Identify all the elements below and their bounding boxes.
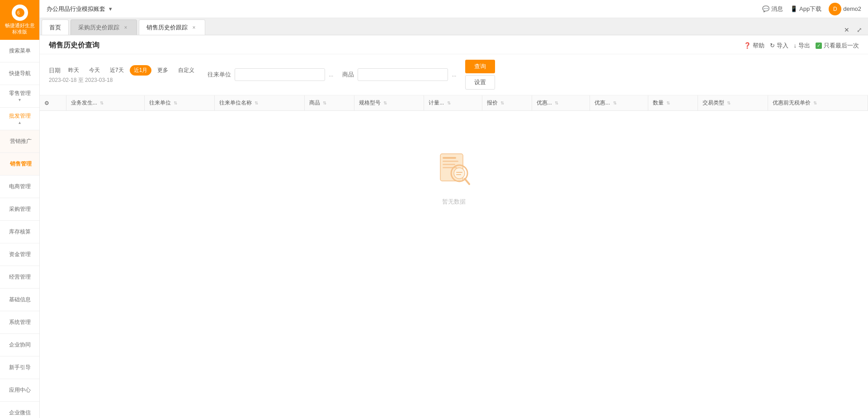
col-partner-name[interactable]: 往来单位名称 ⇅: [214, 95, 304, 111]
svg-rect-3: [443, 157, 456, 159]
col-unit-label: 计量...: [429, 100, 444, 106]
filter-actions: 查询 设置: [465, 60, 495, 90]
col-spec[interactable]: 规格型号 ⇅: [354, 95, 424, 111]
sidebar-item-label: 经营管理: [9, 273, 31, 281]
sort-icon: ⇅: [174, 100, 177, 105]
sidebar-item-label: 批发管理: [9, 112, 31, 120]
sidebar-item-purchase[interactable]: 采购管理: [0, 198, 40, 221]
sort-icon: ⇅: [813, 100, 817, 105]
tab-home[interactable]: 首页: [42, 19, 69, 35]
empty-illustration: [431, 147, 476, 192]
sidebar-item-finance[interactable]: 资金管理: [0, 243, 40, 266]
empty-state: 暂无数据: [40, 111, 868, 242]
tab-sales-history[interactable]: 销售历史价跟踪 ×: [139, 19, 205, 35]
sidebar-item-retail[interactable]: 零售管理 ▾: [0, 85, 40, 108]
filter-area: 日期 昨天 今天 近7天 近1月 更多 自定义 2023-02-18 至 202…: [40, 54, 868, 95]
col-goods[interactable]: 商品 ⇅: [304, 95, 354, 111]
goods-filter-group: 商品 ...: [342, 68, 456, 81]
col-business-date[interactable]: 业务发生... ⇅: [66, 95, 144, 111]
sidebar-item-label: 系统管理: [9, 318, 31, 326]
app-logo[interactable]: 6 畅捷通好生意 标准版: [0, 0, 40, 40]
tab-purchase-history[interactable]: 采购历史价跟踪 ×: [71, 19, 137, 35]
col-pre-discount-price[interactable]: 优惠前无税单价 ⇅: [768, 95, 868, 111]
close-sales-tab-icon[interactable]: ×: [190, 24, 198, 31]
date-btn-custom[interactable]: 自定义: [174, 65, 198, 76]
only-last-checkbox[interactable]: ✓ 只看最后一次: [816, 42, 859, 50]
sidebar-item-enterprise-wechat[interactable]: 企业微信: [0, 402, 40, 418]
gear-icon: ⚙: [44, 100, 49, 106]
app-download-button[interactable]: 📱 App下载: [790, 5, 821, 13]
col-trade-type[interactable]: 交易类型 ⇅: [698, 95, 768, 111]
col-unit[interactable]: 计量... ⇅: [424, 95, 482, 111]
date-btn-7days[interactable]: 近7天: [106, 65, 128, 76]
sidebar-item-guide[interactable]: 新手引导: [0, 356, 40, 379]
goods-input[interactable]: [358, 68, 448, 81]
close-purchase-tab-icon[interactable]: ×: [122, 24, 129, 31]
sidebar-item-sales[interactable]: 销售管理: [0, 153, 40, 176]
col-pre-discount-price-label: 优惠前无税单价: [773, 100, 811, 106]
partner-input[interactable]: [235, 68, 325, 81]
svg-point-0: [15, 8, 24, 17]
export-button[interactable]: ↓ 导出: [794, 42, 811, 50]
sidebar-item-operations[interactable]: 经营管理: [0, 266, 40, 289]
col-partner-label: 往来单位: [149, 100, 171, 106]
goods-filter-label: 商品: [342, 71, 354, 79]
data-table: ⚙ 业务发生... ⇅ 往来单位 ⇅ 往来单位名称 ⇅: [40, 95, 868, 111]
close-tab-action[interactable]: ✕: [842, 25, 852, 35]
date-btn-today[interactable]: 今天: [85, 65, 104, 76]
sidebar-item-label: 资金管理: [9, 251, 31, 258]
import-button[interactable]: ↻ 导入: [770, 42, 788, 50]
sidebar-item-enterprise-collab[interactable]: 企业协同: [0, 334, 40, 356]
query-button[interactable]: 查询: [465, 60, 495, 73]
col-quantity[interactable]: 数量 ⇅: [648, 95, 698, 111]
col-gear[interactable]: ⚙: [40, 95, 66, 111]
col-partner[interactable]: 往来单位 ⇅: [145, 95, 215, 111]
date-btn-more[interactable]: 更多: [153, 65, 172, 76]
col-price-label: 报价: [487, 100, 498, 106]
topbar-right: 💬 消息 📱 App下载 D demo2: [762, 3, 861, 15]
sort-icon: ⇅: [727, 100, 731, 105]
table-container: ⚙ 业务发生... ⇅ 往来单位 ⇅ 往来单位名称 ⇅: [40, 95, 868, 242]
partner-dots[interactable]: ...: [329, 71, 333, 78]
sidebar-item-ecommerce[interactable]: 电商管理: [0, 176, 40, 198]
tab-sales-history-label: 销售历史价跟踪: [146, 24, 188, 32]
topbar: 办公用品行业模拟账套 ▾ 💬 消息 📱 App下载 D demo2: [40, 0, 868, 18]
sidebar-item-marketing[interactable]: 营销推广: [0, 130, 40, 153]
col-discount1-label: 优惠...: [537, 100, 552, 106]
sidebar-item-basic-info[interactable]: 基础信息: [0, 289, 40, 311]
export-label: 导出: [798, 42, 810, 50]
sidebar-item-app-center[interactable]: 应用中心: [0, 379, 40, 402]
sort-icon: ⇅: [255, 100, 258, 105]
logo-text: 畅捷通好生意 标准版: [2, 22, 38, 35]
col-price[interactable]: 报价 ⇅: [482, 95, 532, 111]
sidebar-item-label: 采购管理: [9, 205, 31, 213]
topbar-dropdown-icon[interactable]: ▾: [109, 5, 112, 12]
settings-button[interactable]: 设置: [465, 75, 495, 90]
message-button[interactable]: 💬 消息: [762, 5, 783, 13]
tabbar: 首页 采购历史价跟踪 × 销售历史价跟踪 × ✕ ⤢: [40, 18, 868, 35]
col-partner-name-label: 往来单位名称: [219, 100, 252, 106]
sort-icon: ⇅: [323, 100, 326, 105]
goods-dots[interactable]: ...: [452, 71, 456, 78]
export-icon: ↓: [794, 42, 797, 49]
chevron-down-icon: ▾: [19, 97, 21, 102]
date-btn-yesterday[interactable]: 昨天: [64, 65, 83, 76]
main-area: 办公用品行业模拟账套 ▾ 💬 消息 📱 App下载 D demo2 首页 采购历…: [40, 0, 868, 418]
sidebar-item-system[interactable]: 系统管理: [0, 311, 40, 334]
date-filter-label: 日期: [49, 66, 61, 75]
col-trade-type-label: 交易类型: [703, 100, 724, 106]
date-btn-1month[interactable]: 近1月: [130, 65, 152, 76]
expand-tab-action[interactable]: ⤢: [854, 25, 864, 35]
col-discount1[interactable]: 优惠... ⇅: [532, 95, 590, 111]
help-button[interactable]: ❓ 帮助: [744, 42, 764, 50]
tab-home-label: 首页: [49, 24, 61, 32]
col-discount2[interactable]: 优惠... ⇅: [590, 95, 648, 111]
tab-purchase-history-label: 采购历史价跟踪: [78, 24, 119, 32]
col-business-date-label: 业务发生...: [71, 100, 97, 106]
sidebar-item-wholesale[interactable]: 批发管理 ▴: [0, 108, 40, 130]
date-range-text: 2023-02-18 至 2023-03-18: [49, 76, 198, 84]
sidebar-item-quick-nav[interactable]: 快捷导航: [0, 62, 40, 85]
sidebar-item-inventory[interactable]: 库存核算: [0, 221, 40, 243]
sidebar-item-search[interactable]: 搜索菜单: [0, 40, 40, 62]
user-menu-button[interactable]: D demo2: [829, 3, 861, 15]
